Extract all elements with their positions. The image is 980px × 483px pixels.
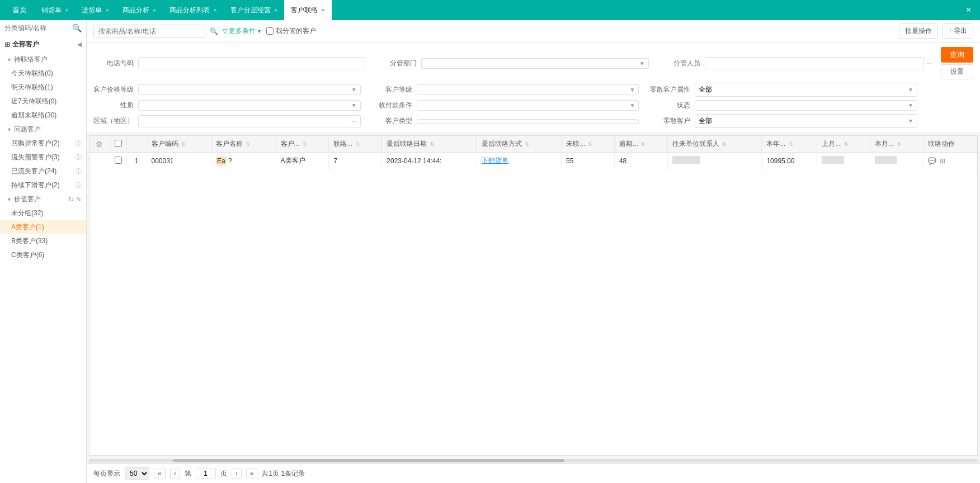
nav-tab-kehu-liangluo[interactable]: 客户联络 × — [284, 0, 331, 20]
scrollbar-thumb[interactable] — [173, 459, 564, 462]
sidebar-item-7days[interactable]: 近7天待联络(0) — [0, 94, 86, 108]
next-page-button[interactable]: › — [232, 468, 242, 479]
sort-lastmethod-icon[interactable]: ⇅ — [525, 141, 529, 147]
region-dots-icon[interactable]: ··· — [351, 117, 357, 125]
scatter-attr-label: 零散客户属性 — [650, 85, 695, 94]
edit-icon[interactable]: ✎ — [76, 196, 82, 203]
sidebar-item-declining[interactable]: 持续下滑客户(2) ⓘ — [0, 178, 86, 192]
nature-select[interactable]: ▼ — [138, 100, 361, 111]
sort-uncontacted-icon[interactable]: ⇅ — [588, 141, 592, 147]
batch-operation-button[interactable]: 批量操作 — [899, 23, 938, 39]
payment-select[interactable]: ▼ — [417, 100, 639, 111]
nav-tab-xiaohuo[interactable]: 销货单 × — [35, 0, 75, 20]
close-tab-xiaohuo[interactable]: × — [65, 7, 68, 13]
status-select[interactable]: ▼ — [695, 100, 917, 111]
close-tab-kehu-liangluo[interactable]: × — [321, 7, 324, 13]
close-tab-jinhuo[interactable]: × — [105, 7, 109, 13]
close-tab-kehufen[interactable]: × — [274, 7, 277, 13]
lastmonth-placeholder — [822, 156, 844, 164]
sort-lastmonth-icon[interactable]: ⇅ — [844, 141, 849, 147]
last-page-button[interactable]: » — [246, 468, 258, 479]
prev-page-button[interactable]: ‹ — [170, 468, 180, 479]
sort-contact-icon[interactable]: ⇅ — [356, 141, 360, 147]
refresh-icon[interactable]: ↻ — [68, 196, 74, 203]
search-input[interactable] — [93, 25, 205, 38]
col-thisyear-header: 本年... ⇅ — [762, 136, 817, 153]
phone-input[interactable] — [138, 57, 365, 69]
sidebar-item-c-class[interactable]: C类客户(6) — [0, 248, 86, 262]
region-label: 区域（地区） — [93, 116, 138, 126]
person-input[interactable] — [705, 57, 924, 69]
nav-tab-shangpinlist[interactable]: 商品分析列表 × — [163, 0, 223, 20]
sidebar-item-lost[interactable]: 已流失客户(24) ⓘ — [0, 164, 86, 178]
data-table-wrapper: ⚙ 客户编码 ⇅ 客户名称 ⇅ — [89, 135, 978, 456]
sort-thismonth-icon[interactable]: ⇅ — [897, 141, 902, 147]
sidebar-search-icon[interactable]: 🔍 — [72, 23, 82, 32]
sort-overdue-icon[interactable]: ⇅ — [641, 141, 646, 147]
sort-name-icon[interactable]: ⇅ — [246, 141, 250, 147]
nav-tab-shangpinanalysis[interactable]: 商品分析 × — [116, 0, 163, 20]
export-button[interactable]: ↑ 导出 — [943, 23, 973, 39]
sort-thisyear-icon[interactable]: ⇅ — [789, 141, 793, 147]
all-customers-header[interactable]: ⊞ 全部客户 ◀ — [0, 36, 86, 53]
page-number-input[interactable] — [196, 468, 216, 479]
sort-lastdate-icon[interactable]: ⇅ — [430, 141, 435, 147]
window-close-button[interactable]: × — [962, 5, 976, 15]
region-select[interactable]: ··· — [138, 115, 361, 127]
horizontal-scrollbar[interactable] — [89, 458, 978, 463]
nav-home[interactable]: 首页 — [4, 0, 35, 20]
page-size-select[interactable]: 50 — [125, 467, 149, 480]
filter-right-actions: 批量操作 ↑ 导出 — [899, 23, 973, 39]
message-action-icon[interactable]: 💬 — [928, 157, 936, 165]
group-pending-contact[interactable]: ▼ 待联络客户 — [0, 53, 86, 67]
thismonth-placeholder — [875, 156, 897, 164]
sidebar-item-a-class[interactable]: A类客户(1) — [0, 220, 86, 234]
last-method-link[interactable]: 下销货单 — [482, 157, 508, 164]
my-customers-checkbox[interactable] — [266, 27, 274, 35]
scrollbar-track — [89, 459, 978, 462]
sidebar: 🔍 ⊞ 全部客户 ◀ ▼ 待联络客户 今天待联络(0) 明天待联络(1) 近7天… — [0, 20, 87, 483]
query-button[interactable]: 查询 — [941, 47, 973, 63]
nav-tab-jinhuo[interactable]: 进货单 × — [75, 0, 115, 20]
person-dots-icon[interactable]: ··· — [926, 59, 932, 67]
price-level-select[interactable]: ▼ — [138, 84, 361, 95]
sidebar-item-abnormal[interactable]: 回购异常客户(2) ⓘ — [0, 136, 86, 150]
sort-code-icon[interactable]: ⇅ — [181, 141, 186, 147]
filter-row-2: 客户价格等级 ▼ 客户等级 ▼ 零散客户属性 — [93, 83, 973, 97]
customer-level-select[interactable]: ▼ — [417, 84, 639, 95]
my-customers-checkbox-label[interactable]: 我分管的客户 — [266, 26, 316, 36]
dept-select[interactable]: ▼ — [421, 58, 648, 69]
triangle-icon-2: ▼ — [7, 127, 12, 132]
customer-type-select[interactable] — [417, 119, 639, 124]
sidebar-item-ungroup[interactable]: 未分组(32) — [0, 206, 86, 220]
sidebar-item-warning[interactable]: 流失预警客户(3) ⓘ — [0, 150, 86, 164]
sort-level-icon[interactable]: ⇅ — [303, 141, 307, 147]
group-value-customers[interactable]: ▼ 价值客户 ↻ ✎ — [0, 192, 86, 206]
close-tab-shangpinanalysis[interactable]: × — [153, 7, 156, 13]
search-button[interactable]: 🔍 — [210, 27, 218, 35]
funnel-icon: ▽ — [223, 27, 228, 35]
settings-button[interactable]: 设置 — [941, 64, 973, 79]
nav-tab-kehufen[interactable]: 客户分层经营 × — [224, 0, 284, 20]
sidebar-search-input[interactable] — [4, 24, 72, 32]
col-gear: ⚙ — [89, 136, 110, 153]
close-tab-shangpinlist[interactable]: × — [213, 7, 216, 13]
scatter-attr-select[interactable]: 全部 ▼ — [695, 83, 917, 97]
sort-person-icon[interactable]: ⇅ — [722, 141, 727, 147]
more-filters-button[interactable]: ▽ 更多条件 ▼ — [223, 26, 262, 36]
col-lastmethod-header: 最后联络方式 ⇅ — [477, 136, 562, 153]
sidebar-item-tomorrow[interactable]: 明天待联络(1) — [0, 80, 86, 94]
first-page-button[interactable]: « — [154, 468, 166, 479]
sidebar-item-b-class[interactable]: B类客户(33) — [0, 234, 86, 248]
row-checkbox[interactable] — [115, 157, 122, 164]
sidebar-item-today[interactable]: 今天待联络(0) — [0, 67, 86, 80]
table-header-row: ⚙ 客户编码 ⇅ 客户名称 ⇅ — [89, 136, 977, 153]
qr-action-icon[interactable]: ⊞ — [940, 157, 945, 165]
select-all-checkbox[interactable] — [115, 140, 122, 147]
group-problem-customers[interactable]: ▼ 问题客户 — [0, 122, 86, 136]
scatter-customer-select[interactable]: 全部 ▼ — [695, 114, 917, 128]
gear-settings-icon[interactable]: ⚙ — [96, 140, 103, 149]
filter-row-1: 电话号码 分管部门 ▼ 分管人员 ··· — [93, 47, 973, 79]
col-person-header: 往来单位联系人 ⇅ — [667, 136, 762, 153]
sidebar-item-overdue[interactable]: 逾期未联络(30) — [0, 108, 86, 122]
